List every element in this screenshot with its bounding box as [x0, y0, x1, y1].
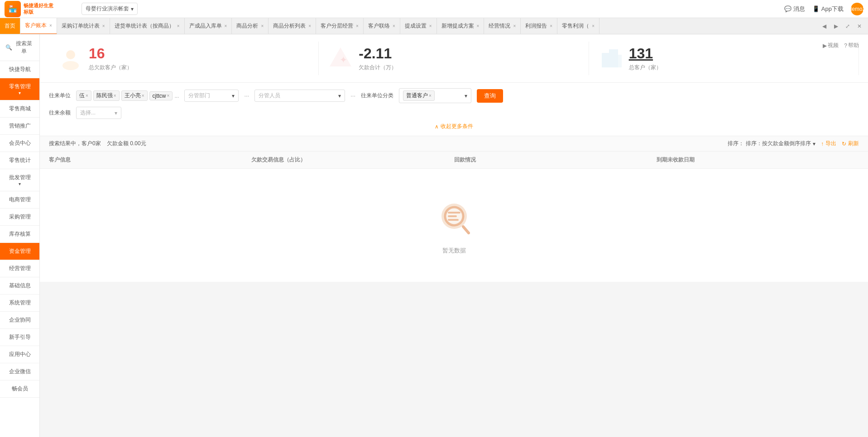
tab-close-icon[interactable]: ×: [102, 24, 105, 28]
query-button[interactable]: 查询: [477, 89, 503, 103]
tab-maximize-button[interactable]: ⤢: [843, 21, 853, 31]
search-menu-button[interactable]: 🔍 搜索菜单: [4, 38, 36, 57]
tab-close-icon[interactable]: ×: [592, 24, 595, 28]
logo-icon: 🏪: [5, 1, 21, 17]
tab-close-icon[interactable]: ×: [261, 24, 264, 28]
tab-retail-profit[interactable]: 零售利润（ ×: [557, 18, 599, 34]
sidebar-item-ecommerce[interactable]: 电商管理: [0, 191, 39, 209]
tab-close-icon[interactable]: ×: [513, 24, 516, 28]
filter-tag-category[interactable]: 普通客户 ×: [403, 90, 435, 101]
tag-close-icon[interactable]: ×: [86, 93, 88, 98]
tag-close-icon[interactable]: ×: [114, 93, 116, 98]
tab-scroll-left-button[interactable]: ◀: [819, 21, 829, 31]
message-button[interactable]: 💬 消息: [784, 5, 805, 13]
person-filter-dots[interactable]: ···: [350, 92, 355, 99]
stat-value-total: 131 总客户（家）: [629, 45, 662, 71]
stat-card-debt: ✦ -2.11 欠款合计（万）: [319, 42, 589, 75]
tab-customer-account[interactable]: 客户账本 ×: [20, 18, 57, 34]
sidebar-item-app-center[interactable]: 应用中心: [0, 346, 39, 363]
account-selector[interactable]: 母婴行业演示帐套 ▾: [82, 3, 138, 15]
sidebar-item-system[interactable]: 系统管理: [0, 294, 39, 312]
dept-filter-dots[interactable]: ···: [244, 92, 249, 99]
sidebar-item-quick-nav[interactable]: 快捷导航: [0, 61, 39, 78]
sidebar-item-basic-info[interactable]: 基础信息: [0, 277, 39, 294]
tab-purchase-order[interactable]: 采购订单统计表 ×: [57, 18, 110, 34]
tag-close-icon[interactable]: ×: [429, 93, 432, 98]
video-icon: ▶: [823, 43, 827, 49]
collapse-filter-button[interactable]: ∧ 收起更多条件: [49, 123, 859, 130]
help-button[interactable]: ? 帮助: [844, 42, 859, 49]
export-icon: ↑: [821, 141, 824, 147]
tag-close-icon[interactable]: ×: [142, 93, 144, 98]
tab-close-icon[interactable]: ×: [49, 23, 52, 28]
tab-business[interactable]: 经营情况 ×: [484, 18, 521, 34]
export-button[interactable]: ↑ 导出: [821, 140, 836, 147]
svg-text:✦: ✦: [340, 55, 347, 65]
svg-rect-10: [448, 215, 457, 217]
tab-customer-contact[interactable]: 客户联络 ×: [364, 18, 400, 34]
tab-close-icon[interactable]: ×: [477, 24, 480, 28]
tab-close-icon[interactable]: ×: [177, 24, 180, 28]
tab-scroll-right-button[interactable]: ▶: [831, 21, 841, 31]
sidebar-item-marketing[interactable]: 营销推广: [0, 118, 39, 135]
chevron-down-icon: ▾: [338, 93, 341, 99]
svg-rect-4: [602, 53, 609, 67]
sidebar-item-purchase[interactable]: 采购管理: [0, 209, 39, 226]
refresh-button[interactable]: ↻ 刷新: [842, 140, 859, 147]
refresh-icon: ↻: [842, 141, 846, 147]
filter-more-button[interactable]: ...: [174, 93, 179, 99]
sidebar-item-newbie[interactable]: 新手引导: [0, 329, 39, 346]
sidebar-item-inventory[interactable]: 库存核算: [0, 226, 39, 243]
tab-close-icon[interactable]: ×: [393, 24, 395, 28]
customers-icon: [58, 46, 83, 71]
tag-close-icon[interactable]: ×: [167, 93, 170, 98]
tab-profit-report[interactable]: 利润报告 ×: [521, 18, 557, 34]
filter-tag-wang[interactable]: 王小亮 ×: [121, 90, 148, 101]
person-filter-select[interactable]: 分管人员 ▾: [254, 90, 345, 102]
category-filter-select[interactable]: 普通客户 × ▾: [399, 88, 471, 103]
tab-close-icon[interactable]: ×: [225, 24, 227, 28]
tab-customer-tier[interactable]: 客户分层经营 ×: [316, 18, 364, 34]
dept-filter-select[interactable]: 分管部门 ▾: [184, 90, 239, 102]
filter-tag-wu[interactable]: 伍 ×: [76, 90, 91, 101]
tab-goods-analysis-list[interactable]: 商品分析列表 ×: [269, 18, 316, 34]
sidebar-item-batch[interactable]: 批发管理▾: [0, 169, 39, 191]
svg-rect-6: [618, 55, 622, 67]
svg-rect-11: [448, 219, 459, 221]
search-icon: 🔍: [5, 44, 12, 51]
video-button[interactable]: ▶ 视频: [823, 42, 839, 49]
app-download-button[interactable]: 📱 App下载: [812, 5, 844, 13]
tab-close-icon[interactable]: ×: [429, 24, 432, 28]
sort-select[interactable]: 排序： 排序：按欠款金额倒序排序 ▾: [728, 140, 815, 147]
balance-filter-select[interactable]: 选择... ▾: [76, 107, 121, 119]
tab-close-icon[interactable]: ×: [550, 24, 552, 28]
empty-state: 暂无数据: [40, 169, 868, 282]
stat-value-customers: 16 总欠款客户（家）: [89, 45, 132, 71]
tab-promotion-settings[interactable]: 提成设置 ×: [400, 18, 437, 34]
sidebar-item-retail-stats[interactable]: 零售统计: [0, 152, 39, 169]
sidebar-item-operation[interactable]: 经营管理: [0, 260, 39, 277]
tab-home[interactable]: 首页: [0, 18, 20, 34]
sidebar-item-retail-mall[interactable]: 零售商城: [0, 100, 39, 118]
sidebar-item-vip[interactable]: 畅会员: [0, 380, 39, 398]
col-header-date: 到期未收款日期: [657, 156, 859, 164]
sidebar-item-member[interactable]: 会员中心: [0, 135, 39, 152]
result-info: 搜索结果中，客户0家 欠款金额 0.00元: [49, 140, 146, 147]
chevron-down-icon: ▾: [115, 110, 117, 116]
tab-close-icon[interactable]: ×: [356, 24, 359, 28]
sidebar-item-enterprise-wechat[interactable]: 企业微信: [0, 363, 39, 380]
result-actions: 排序： 排序：按欠款金额倒序排序 ▾ ↑ 导出 ↻ 刷新: [728, 140, 859, 147]
tab-close-all-button[interactable]: ✕: [854, 21, 864, 31]
filter-tag-cjttcw[interactable]: cjttcw ×: [149, 91, 173, 100]
sidebar-item-enterprise[interactable]: 企业协同: [0, 312, 39, 329]
tab-close-icon[interactable]: ×: [308, 24, 311, 28]
tab-new-promotion[interactable]: 新增提成方案 ×: [437, 18, 484, 34]
unit-filter-label: 往来单位: [49, 92, 71, 100]
sidebar-item-retail[interactable]: 零售管理 ▾: [0, 78, 39, 100]
tab-product-in[interactable]: 产成品入库单 ×: [185, 18, 232, 34]
tab-purchase-stats[interactable]: 进货单统计表（按商品） ×: [110, 18, 185, 34]
sidebar-item-finance[interactable]: 资金管理: [0, 243, 39, 260]
tab-goods-analysis[interactable]: 商品分析 ×: [232, 18, 269, 34]
avatar[interactable]: demo2: [851, 3, 863, 15]
filter-tag-chen[interactable]: 陈民强 ×: [93, 90, 120, 101]
